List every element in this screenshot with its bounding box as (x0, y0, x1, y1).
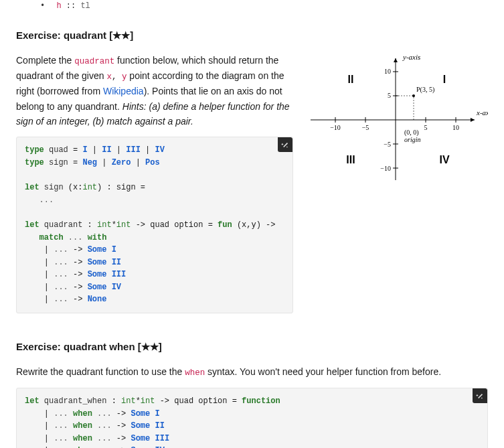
list-item: h :: tl (40, 0, 488, 13)
svg-text:−5: −5 (384, 141, 391, 148)
fn-name: quadrant (74, 57, 114, 66)
svg-text:x-axis: x-axis (476, 108, 488, 117)
svg-text:II: II (348, 74, 354, 85)
svg-text:IV: IV (439, 154, 449, 165)
svg-text:−5: −5 (362, 124, 369, 131)
code-token-punct: :: (66, 1, 76, 11)
exercise-quadrant-prompt: Complete the quadrant function below, wh… (16, 53, 293, 129)
svg-text:I: I (443, 74, 446, 85)
svg-text:−10: −10 (330, 124, 341, 131)
svg-text:III: III (346, 154, 355, 165)
svg-text:10: 10 (384, 68, 391, 75)
wand-icon (280, 140, 290, 149)
exercise-quadrant-when-title: Exercise: quadrant when [★★] (16, 339, 488, 355)
code-token-id: tl (80, 1, 90, 11)
when-keyword: when (185, 368, 205, 378)
wikipedia-link[interactable]: Wikipedia (103, 86, 144, 96)
svg-text:10: 10 (452, 124, 459, 131)
svg-text:origin: origin (404, 136, 420, 143)
quadrant-diagram: −10 −5 5 10 10 5 −5 −10 y-axis x-axis (0… (304, 53, 488, 187)
code-token-var: h (56, 1, 61, 11)
code-block-quadrant-when: let quadrant_when : int*int -> quad opti… (16, 388, 488, 448)
run-button[interactable] (278, 137, 292, 152)
param-x: x (106, 72, 112, 82)
svg-text:y-axis: y-axis (402, 53, 420, 61)
exercise-quadrant-when-prompt: Rewrite the quadrant function to use the… (16, 364, 488, 380)
svg-text:5: 5 (388, 92, 391, 99)
run-button[interactable] (473, 388, 487, 403)
svg-text:P(3, 5): P(3, 5) (416, 86, 434, 94)
code-block-quadrant: type quad = I | II | III | IV type sign … (16, 137, 293, 313)
wand-icon (475, 391, 485, 400)
svg-point-24 (412, 94, 415, 97)
svg-text:5: 5 (424, 124, 428, 131)
svg-text:−10: −10 (380, 165, 391, 172)
exercise-quadrant-title: Exercise: quadrant [★★] (16, 27, 488, 44)
